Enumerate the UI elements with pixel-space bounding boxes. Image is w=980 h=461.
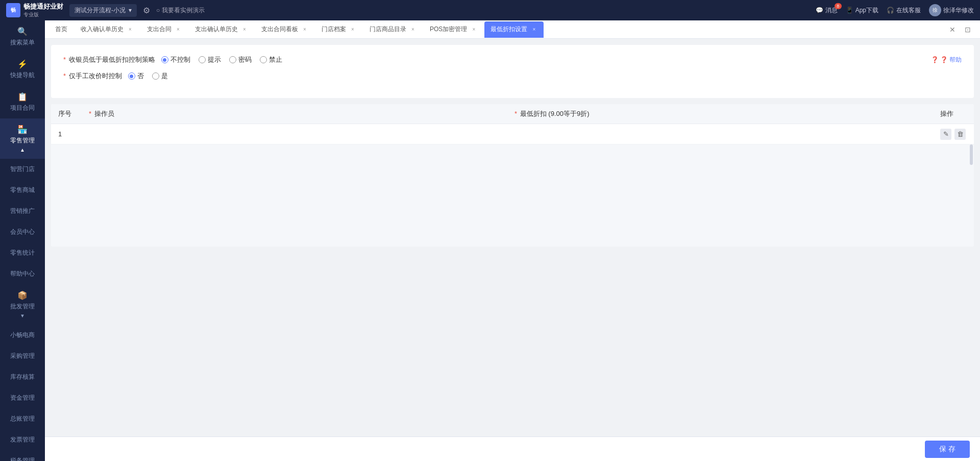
policy-option-forbid[interactable]: 禁止	[260, 55, 282, 64]
tab-close-store-archive[interactable]: ×	[349, 26, 356, 33]
page-content: * 收银员低于最低折扣控制策略 不控制 提示	[45, 39, 980, 436]
search-icon: 🔍	[17, 27, 28, 36]
td-min-discount[interactable]	[507, 130, 933, 138]
tab-close-payment-board[interactable]: ×	[301, 26, 308, 33]
td-actions: ✎ 🗑	[933, 125, 974, 144]
save-button[interactable]: 保 存	[925, 441, 970, 458]
sidebar-label-marketing: 营销推广	[10, 207, 35, 215]
sidebar-item-member[interactable]: 会员中心	[0, 222, 45, 242]
th-seq: 序号	[51, 104, 82, 124]
row-actions: ✎ 🗑	[940, 129, 967, 140]
avatar: 徐	[929, 4, 941, 16]
sidebar-item-smart-store[interactable]: 智营门店	[0, 159, 45, 180]
radio-password[interactable]	[229, 56, 236, 63]
sidebar-item-accounting[interactable]: 总账管理	[0, 408, 45, 429]
tab-home-label: 首页	[55, 25, 67, 34]
tab-close-all-button[interactable]: ✕	[946, 23, 959, 36]
sidebar-item-inventory[interactable]: 库存核算	[0, 367, 45, 387]
sidebar-item-wholesale[interactable]: 📦 批发管理 ▼	[0, 284, 45, 325]
logo: 畅 畅捷通好业财 专业版	[6, 2, 63, 18]
tab-store-archive-label: 门店档案	[322, 25, 346, 34]
chevron-up-icon: ▲	[20, 147, 25, 153]
logo-main-text: 畅捷通好业财	[23, 2, 63, 11]
sidebar-label-invoice: 发票管理	[10, 435, 35, 444]
manual-option-no[interactable]: 否	[128, 71, 144, 81]
edit-row-button[interactable]: ✎	[940, 129, 951, 140]
th-operator: * 操作员	[82, 104, 507, 124]
tab-min-discount-label: 最低折扣设置	[491, 25, 527, 34]
table-empty-area	[51, 144, 974, 247]
table-row: 1 ✎ 🗑	[51, 124, 974, 144]
sidebar-item-help[interactable]: 帮助中心	[0, 263, 45, 284]
manual-option-yes[interactable]: 是	[152, 71, 168, 81]
tab-expand-button[interactable]: ⊡	[962, 23, 974, 36]
project-selector[interactable]: 测试分开流程-小况 ▾	[69, 4, 137, 17]
app-download-action[interactable]: 📱 App下载	[846, 6, 878, 15]
policy-option-password[interactable]: 密码	[229, 55, 252, 64]
sidebar-item-retail-mall[interactable]: 零售商城	[0, 180, 45, 201]
td-operator[interactable]	[82, 130, 507, 138]
settings-icon[interactable]: ⚙	[143, 6, 150, 15]
tab-close-min-discount[interactable]: ×	[530, 26, 537, 33]
th-actions: 操作	[933, 104, 974, 124]
radio-remind[interactable]	[199, 56, 206, 63]
tab-store-products[interactable]: 门店商品目录 ×	[363, 21, 423, 38]
sidebar-item-retail-stat[interactable]: 零售统计	[0, 242, 45, 263]
sidebar-label-inventory: 库存核算	[10, 373, 35, 381]
help-link[interactable]: ❓ ❓ 帮助	[931, 56, 962, 64]
policy-option-remind[interactable]: 提示	[199, 55, 221, 64]
tab-home[interactable]: 首页	[49, 21, 74, 38]
radio-forbid[interactable]	[260, 56, 267, 63]
user-profile[interactable]: 徐 徐泽华修改	[929, 4, 974, 16]
package-icon: 📦	[17, 290, 28, 300]
tab-close-payment-contract[interactable]: ×	[175, 26, 182, 33]
tab-income-history[interactable]: 收入确认单历史 ×	[75, 21, 140, 38]
tab-payment-history[interactable]: 支出确认单历史 ×	[189, 21, 254, 38]
sidebar-item-quick-nav[interactable]: ⚡ 快捷导航	[0, 53, 45, 86]
policy-label: * 收银员低于最低折扣控制策略	[63, 55, 155, 64]
sidebar-label-search: 搜索菜单	[10, 38, 35, 47]
policy-option-no-control[interactable]: 不控制	[161, 55, 190, 64]
sidebar-item-ecommerce[interactable]: 小畅电商	[0, 325, 45, 346]
radio-no-control[interactable]	[161, 56, 168, 63]
tab-bar-end: ✕ ⊡	[944, 23, 976, 36]
table-scrollbar[interactable]	[970, 144, 973, 165]
sidebar-label-tax: 税务管理	[10, 456, 35, 461]
radio-manual-no[interactable]	[128, 72, 135, 80]
sidebar-label-wholesale: 批发管理	[10, 302, 35, 311]
sidebar-item-invoice[interactable]: 发票管理	[0, 429, 45, 450]
sidebar-item-search[interactable]: 🔍 搜索菜单	[0, 20, 45, 53]
sidebar-item-finance[interactable]: 资金管理	[0, 387, 45, 408]
message-action[interactable]: 💬 消息 8	[816, 6, 838, 15]
tab-payment-contract[interactable]: 支出合同 ×	[141, 21, 188, 38]
sidebar-item-tax[interactable]: 税务管理	[0, 450, 45, 461]
sidebar-item-retail[interactable]: 🏪 零售管理 ▲	[0, 118, 45, 159]
sidebar-item-marketing[interactable]: 营销推广	[0, 201, 45, 222]
demo-text: 我要看实例演示	[162, 6, 205, 15]
online-service-action[interactable]: 🎧 在线客服	[887, 6, 921, 15]
logo-icon: 畅	[6, 3, 20, 17]
tab-close-pos-password[interactable]: ×	[470, 26, 477, 33]
sidebar-label-retail-stat: 零售统计	[10, 249, 35, 257]
top-actions: 💬 消息 8 📱 App下载 🎧 在线客服 徐 徐泽华修改	[816, 4, 974, 16]
tab-min-discount[interactable]: 最低折扣设置 ×	[484, 21, 544, 38]
demo-link[interactable]: ○ 我要看实例演示	[156, 6, 205, 15]
delete-row-button[interactable]: 🗑	[954, 129, 966, 140]
radio-manual-yes[interactable]	[152, 72, 159, 80]
policy-form-row: * 收银员低于最低折扣控制策略 不控制 提示	[63, 55, 962, 64]
tab-close-income-history[interactable]: ×	[127, 26, 134, 33]
tab-close-store-products[interactable]: ×	[409, 26, 416, 33]
tab-pos-password[interactable]: POS加密管理 ×	[424, 21, 483, 38]
chevron-down-icon: ▼	[20, 313, 25, 319]
sidebar-item-purchase[interactable]: 采购管理	[0, 346, 45, 367]
tab-payment-board[interactable]: 支出合同看板 ×	[255, 21, 314, 38]
sidebar-item-project[interactable]: 📋 项目合同	[0, 86, 45, 118]
tab-store-archive[interactable]: 门店档案 ×	[315, 21, 362, 38]
sidebar: 🔍 搜索菜单 ⚡ 快捷导航 📋 项目合同 🏪 零售管理 ▲ 智营门店 零售商城 …	[0, 20, 45, 461]
message-badge: 8	[835, 3, 842, 9]
tab-close-payment-history[interactable]: ×	[241, 26, 248, 33]
sidebar-label-help: 帮助中心	[10, 270, 35, 278]
lightning-icon: ⚡	[17, 59, 28, 69]
th-min-discount: * 最低折扣 (9.00等于9折)	[507, 104, 933, 124]
top-bar: 畅 畅捷通好业财 专业版 测试分开流程-小况 ▾ ⚙ ○ 我要看实例演示 💬 消…	[0, 0, 980, 20]
